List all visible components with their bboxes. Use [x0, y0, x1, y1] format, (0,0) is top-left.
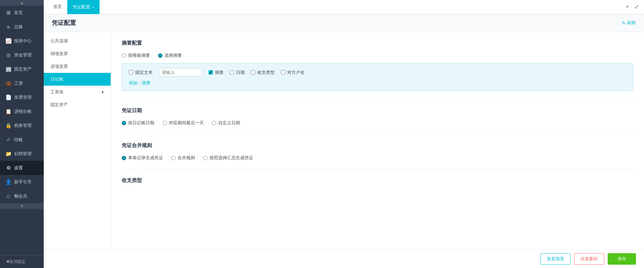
divider-1 [122, 99, 633, 99]
sales-ledger-icon: 📋 [5, 108, 11, 115]
sidebar-item-member[interactable]: ◇ 畅会员 [0, 189, 44, 203]
date-custom-radio[interactable] [212, 121, 216, 125]
merge-by-selection-radio-label[interactable]: 按照选择汇总生成凭证 [203, 155, 253, 161]
right-content: 摘要配置 按模板摘要 选择摘要 固定文本 [111, 32, 644, 250]
summary-mode-row: 按模板摘要 选择摘要 [122, 52, 633, 58]
date-custom-radio-label[interactable]: 自定义日期 [212, 120, 240, 126]
batch-delete-button[interactable]: 批量删除 [574, 253, 604, 265]
home-icon: ⊞ [5, 10, 11, 16]
left-nav-sales-invoice[interactable]: 销项发票 [44, 47, 111, 60]
summary-select-radio-label[interactable]: 选择摘要 [158, 52, 182, 58]
summary-checkbox-label[interactable]: 摘要 [209, 70, 224, 76]
save-button[interactable]: 保存 [608, 253, 636, 265]
counterparty-checkbox-label[interactable]: 对方户名 [281, 70, 305, 76]
left-nav-purchase-invoice[interactable]: 进项发票 [44, 60, 111, 73]
reports-icon: 📈 [5, 38, 11, 44]
summary-template-radio-label[interactable]: 按模板摘要 [122, 52, 150, 58]
refresh-icon: ↻ [622, 20, 626, 26]
date-checkbox-label[interactable]: 日期 [230, 70, 245, 76]
funds-icon: ◎ [5, 52, 11, 58]
summary-checkbox[interactable] [209, 70, 213, 75]
tab-home[interactable]: 首页 [48, 0, 67, 14]
summary-options-row: 固定文本 摘要 日期 收支类型 [129, 68, 626, 77]
sidebar-unpin-button[interactable]: ◀取消固定 [0, 255, 44, 268]
date-checkbox[interactable] [230, 70, 234, 75]
merge-section: 凭证合并规则 单条记录生成凭证 合并规则 按照选择汇总生成凭证 [122, 142, 633, 161]
tab-voucher-config[interactable]: 凭证配置 × [67, 0, 100, 14]
sidebar-item-settings[interactable]: ⚙ 设置 [0, 161, 44, 175]
window-maximize-icon[interactable]: ⤢ [633, 2, 640, 11]
sidebar-item-invoice-mgmt[interactable]: 📄 发票管理 [0, 90, 44, 104]
tab-close-icon[interactable]: × [92, 5, 94, 9]
summary-select-radio[interactable] [158, 53, 162, 58]
sidebar-item-archive[interactable]: 📁 归档管理 [0, 147, 44, 161]
sidebar-item-reports[interactable]: 📈 报表中心 [0, 34, 44, 48]
update-preview-button[interactable]: 更新预置 [540, 253, 571, 265]
sidebar-item-payroll[interactable]: 💼 工资 [0, 76, 44, 90]
tax-icon: 🔒 [5, 123, 11, 129]
summary-section-title: 摘要配置 [122, 40, 633, 46]
date-section: 凭证日期 按日记账日期 对应期间最后一天 自定义日期 [122, 107, 633, 126]
sidebar-item-home[interactable]: ⊞ 首页 [0, 6, 44, 20]
fixed-text-checkbox-label[interactable]: 固定文本 [129, 70, 153, 76]
income-type-checkbox[interactable] [251, 70, 255, 75]
date-section-title: 凭证日期 [122, 107, 633, 114]
sidebar-item-ledger[interactable]: ≡ 总账 [0, 20, 44, 34]
sidebar-item-closing[interactable]: ✓ 结账 [0, 133, 44, 147]
summary-template-radio[interactable] [122, 53, 126, 58]
window-close-icon[interactable]: × [624, 2, 630, 11]
main-area: 首页 凭证配置 × × ⤢ 凭证配置 ↻ 刷新 公共选项 销项发票 进 [44, 0, 644, 268]
chevron-down-icon: ▾ [102, 90, 104, 95]
summary-example: 例如：摘要 [129, 80, 626, 86]
left-nav-public[interactable]: 公共选项 [44, 35, 111, 47]
sidebar-scroll-up[interactable]: ▲ [0, 0, 44, 6]
summary-section: 摘要配置 按模板摘要 选择摘要 固定文本 [122, 40, 633, 91]
date-mode-row: 按日记账日期 对应期间最后一天 自定义日期 [122, 120, 633, 126]
settings-icon: ⚙ [5, 165, 11, 171]
ledger-icon: ≡ [5, 24, 11, 30]
bottom-bar: 更新预置 批量删除 保存 [44, 250, 644, 268]
sidebar-item-tax[interactable]: 🔒 税务管理 [0, 119, 44, 133]
fixed-text-input[interactable] [159, 68, 202, 77]
sidebar-item-sales-ledger[interactable]: 📋 进销台账 [0, 104, 44, 119]
merge-rule-radio-label[interactable]: 合并规则 [171, 155, 195, 161]
tab-bar-actions: × ⤢ [624, 2, 640, 11]
page-header: 凭证配置 ↻ 刷新 [44, 14, 644, 32]
sidebar-scroll-down[interactable]: ▼ [0, 203, 44, 209]
left-nav: 公共选项 销项发票 进项发票 日记账 工资表 ▾ 固定资产 [44, 32, 111, 250]
fixed-text-checkbox[interactable] [129, 70, 133, 75]
divider-3 [122, 169, 633, 169]
assets-icon: 🏢 [5, 66, 11, 72]
date-by-journal-radio-label[interactable]: 按日记账日期 [122, 120, 154, 126]
date-last-day-radio[interactable] [162, 121, 167, 125]
sidebar-item-assets[interactable]: 🏢 固定资产 [0, 62, 44, 76]
archive-icon: 📁 [5, 151, 11, 157]
refresh-button[interactable]: ↻ 刷新 [622, 20, 636, 26]
left-nav-fixed-assets[interactable]: 固定资产 [44, 98, 111, 111]
income-type-checkbox-label[interactable]: 收支类型 [251, 70, 275, 76]
merge-by-selection-radio[interactable] [203, 156, 207, 160]
divider-2 [122, 134, 633, 134]
sidebar: ▲ ⊞ 首页 ≡ 总账 📈 报表中心 ◎ 资金管理 🏢 固定资产 💼 工资 📄 … [0, 0, 44, 268]
merge-mode-row: 单条记录生成凭证 合并规则 按照选择汇总生成凭证 [122, 155, 633, 161]
merge-rule-radio[interactable] [171, 156, 176, 160]
left-nav-payroll-table[interactable]: 工资表 ▾ [44, 86, 111, 98]
invoice-mgmt-icon: 📄 [5, 94, 11, 100]
content-area: 公共选项 销项发票 进项发票 日记账 工资表 ▾ 固定资产 摘要配置 [44, 32, 644, 250]
date-by-journal-radio[interactable] [122, 121, 126, 125]
payroll-icon: 💼 [5, 80, 11, 86]
sidebar-item-funds[interactable]: ◎ 资金管理 [0, 48, 44, 62]
guide-icon: 👤 [5, 179, 11, 185]
date-last-day-radio-label[interactable]: 对应期间最后一天 [162, 120, 204, 126]
closing-icon: ✓ [5, 137, 11, 143]
income-type-section: 收支类型 [122, 177, 633, 184]
tab-bar: 首页 凭证配置 × × ⤢ [44, 0, 644, 14]
counterparty-checkbox[interactable] [281, 70, 285, 75]
sidebar-item-guide[interactable]: 👤 新手引导 [0, 175, 44, 189]
member-icon: ◇ [5, 193, 11, 199]
income-type-section-title: 收支类型 [122, 177, 633, 184]
merge-single-radio-label[interactable]: 单条记录生成凭证 [122, 155, 163, 161]
page-title: 凭证配置 [52, 19, 76, 27]
left-nav-journal[interactable]: 日记账 [44, 73, 111, 86]
merge-single-radio[interactable] [122, 156, 126, 160]
